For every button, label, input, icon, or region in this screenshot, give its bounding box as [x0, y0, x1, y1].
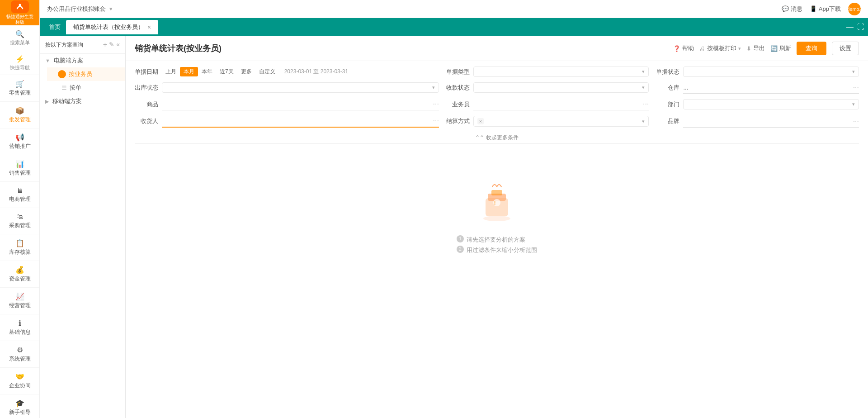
basics-icon: ℹ — [19, 319, 21, 328]
date-btn-7days[interactable]: 近7天 — [216, 67, 237, 76]
sidebar-item-inventory[interactable]: 📋 库存核算 — [0, 234, 39, 261]
tab-maximize-icon[interactable]: ⛶ — [857, 23, 864, 31]
date-btn-more[interactable]: 更多 — [237, 67, 255, 76]
purchase-icon: 🛍 — [16, 213, 24, 221]
sidebar-logo: 畅捷通好生意 标版 — [0, 0, 39, 25]
brand-input[interactable] — [683, 118, 853, 124]
sidebar-item-newbie[interactable]: 🎓 新手引导 — [0, 394, 39, 418]
paymentstatus-dropdown-icon: ▾ — [642, 85, 645, 90]
sidebar: 畅捷通好生意 标版 🔍 搜索菜单 ⚡ 快捷导航 🛒 零售管理 📦 批发管理 📢 … — [0, 0, 40, 418]
setting-button[interactable]: 设置 — [832, 42, 859, 55]
date-btn-this-month[interactable]: 本月 — [180, 67, 198, 76]
doctype-select[interactable]: ▾ — [473, 66, 649, 77]
user-avatar[interactable]: demo2 — [848, 3, 861, 15]
date-btn-custom[interactable]: 自定义 — [255, 67, 279, 76]
brand-dots-icon[interactable]: ··· — [853, 117, 859, 125]
warehouse-dots-icon[interactable]: ··· — [853, 83, 859, 91]
salesperson-label: 业务员 — [446, 100, 470, 109]
page-title: 销货单统计表(按业务员) — [135, 43, 222, 59]
warehouse-input[interactable] — [683, 84, 853, 91]
docstatus-select[interactable]: ▾ — [683, 66, 859, 77]
sidebar-item-wholesale[interactable]: 📦 批发管理 — [0, 102, 39, 128]
message-button[interactable]: 💬 消息 — [782, 5, 802, 13]
svg-point-1 — [19, 4, 21, 6]
collapse-button[interactable]: ⌃⌃ 收起更多条件 — [475, 134, 518, 142]
tip-num-2: 2 — [457, 246, 464, 253]
shortcut-nav-item[interactable]: ⚡ 快捷导航 — [0, 50, 39, 75]
edit-scheme-button[interactable]: ✎ — [109, 41, 114, 49]
receiver-input[interactable] — [162, 118, 433, 124]
print-button[interactable]: 🖨 按模板打印 ▾ — [699, 44, 741, 52]
department-select[interactable]: ▾ — [683, 99, 859, 109]
sidebar-item-purchase[interactable]: 🛍 采购管理 — [0, 208, 39, 234]
settlement-select[interactable]: × ▾ — [473, 116, 649, 127]
marketing-icon: 📢 — [15, 133, 24, 142]
warehouse-label: 仓库 — [656, 84, 679, 92]
search-menu-item[interactable]: 🔍 搜索菜单 — [0, 25, 39, 50]
left-panel-header: 按以下方案查询 + ✎ « — [40, 36, 125, 54]
settlement-dropdown-icon: ▾ — [642, 119, 645, 124]
product-input-wrap: ··· — [162, 98, 439, 110]
filter-paymentstatus-item: 收款状态 ▾ — [446, 82, 649, 93]
sidebar-item-finance[interactable]: 💰 资金管理 — [0, 261, 39, 288]
message-icon: 💬 — [782, 5, 789, 12]
app-title: 办公用品行业模拟账套 — [47, 5, 106, 13]
tab-sales-stats[interactable]: 销货单统计表（按业务员） × — [66, 20, 158, 34]
export-button[interactable]: ⬇ 导出 — [746, 44, 765, 52]
sidebar-item-sales[interactable]: 📊 销售管理 — [0, 155, 39, 182]
product-dots-icon[interactable]: ··· — [433, 100, 439, 108]
department-dropdown-icon: ▾ — [852, 101, 855, 107]
header-left: 办公用品行业模拟账套 ▾ — [47, 5, 113, 13]
svg-text:!: ! — [494, 201, 495, 206]
docstatus-label: 单据状态 — [656, 68, 679, 76]
outstatus-select[interactable]: ▾ — [162, 82, 439, 93]
svg-point-2 — [483, 216, 510, 221]
refresh-button[interactable]: 🔄 刷新 — [770, 44, 791, 52]
page-actions: ❓ 帮助 🖨 按模板打印 ▾ ⬇ 导出 🔄 刷新 — [673, 42, 859, 61]
date-btn-last-month[interactable]: 上月 — [162, 67, 180, 76]
receiver-input-wrap: ··· — [162, 115, 439, 128]
sidebar-item-marketing[interactable]: 📢 营销推广 — [0, 128, 39, 155]
app-download-button[interactable]: 📱 App下载 — [810, 5, 841, 13]
query-button[interactable]: 查询 — [797, 42, 826, 55]
collapse-panel-button[interactable]: « — [116, 41, 120, 49]
sidebar-item-basics[interactable]: ℹ 基础信息 — [0, 314, 39, 341]
receiver-label: 收货人 — [135, 117, 158, 125]
tip-item-2: 2 用过滤条件来缩小分析范围 — [457, 245, 537, 255]
scheme-salesperson[interactable]: 按业务员 — [47, 67, 125, 81]
order-icon: ☰ — [61, 85, 67, 91]
tab-home[interactable]: 首页 — [43, 23, 66, 31]
settlement-tag: × — [477, 118, 484, 124]
receiver-dots-icon[interactable]: ··· — [433, 117, 439, 125]
tree-group-desktop[interactable]: ▼ 电脑端方案 — [40, 54, 125, 67]
paymentstatus-select[interactable]: ▾ — [473, 82, 649, 93]
filter-date-item: 单据日期 上月 本月 本年 近7天 更多 自定义 2023-03-01 至 20… — [135, 67, 439, 76]
sidebar-item-operations[interactable]: 📈 经营管理 — [0, 288, 39, 314]
tab-close-icon[interactable]: × — [147, 24, 151, 31]
salesperson-dots-icon[interactable]: ··· — [643, 100, 649, 108]
print-dropdown-icon[interactable]: ▾ — [738, 46, 741, 52]
sidebar-item-retail[interactable]: 🛒 零售管理 — [0, 75, 39, 102]
settlement-tag-x-btn[interactable]: × — [479, 119, 482, 124]
filter-warehouse-item: 仓库 ··· — [656, 81, 859, 94]
sidebar-item-system[interactable]: ⚙ 系统管理 — [0, 341, 39, 368]
add-scheme-button[interactable]: + — [103, 41, 107, 49]
salesperson-input[interactable] — [473, 101, 643, 108]
doctype-dropdown-icon: ▾ — [642, 69, 645, 75]
top-header: 办公用品行业模拟账套 ▾ 💬 消息 📱 App下载 demo2 — [40, 0, 868, 18]
help-button[interactable]: ❓ 帮助 — [673, 44, 694, 52]
scheme-order[interactable]: ☰ 按单 — [47, 81, 125, 95]
sidebar-item-ecommerce[interactable]: 🖥 电商管理 — [0, 182, 39, 208]
header-dropdown-icon[interactable]: ▾ — [109, 5, 113, 12]
date-btn-this-year[interactable]: 本年 — [198, 67, 216, 76]
tree-group-mobile[interactable]: ▶ 移动端方案 — [40, 95, 125, 108]
filter-row-2: 出库状态 ▾ 收款状态 ▾ — [135, 81, 859, 94]
filter-brand-item: 品牌 ··· — [656, 115, 859, 128]
newbie-icon: 🎓 — [15, 399, 24, 408]
filter-department-item: 部门 ▾ — [656, 99, 859, 109]
tab-minimize-icon[interactable]: — — [846, 23, 854, 31]
sidebar-item-enterprise[interactable]: 🤝 企业协同 — [0, 368, 39, 394]
product-input[interactable] — [162, 101, 433, 108]
filter-row-4: 收货人 ··· 结算方式 × ▾ — [135, 115, 859, 128]
right-content: 销货单统计表(按业务员) ❓ 帮助 🖨 按模板打印 ▾ ⬇ 导出 — [126, 36, 868, 418]
